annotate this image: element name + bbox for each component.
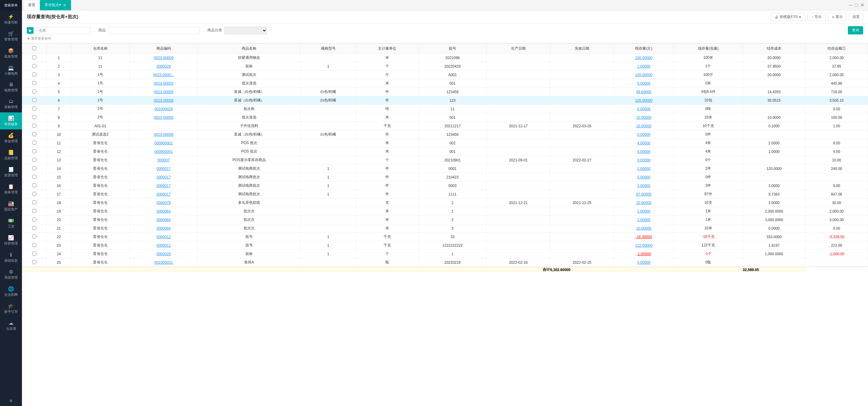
- sidebar-item-qiye[interactable]: 🌐 企业协网: [0, 283, 22, 300]
- row-checkbox[interactable]: [32, 243, 36, 247]
- row-qty-pack: 0吨: [674, 105, 743, 113]
- sidebar-item-gongzi[interactable]: 💵 工资: [0, 215, 22, 232]
- sidebar-item-kuaijie[interactable]: ⚡ 快捷导航: [0, 11, 22, 28]
- sidebar-item-zhangze[interactable]: 📒 总账管理: [0, 146, 22, 164]
- query-button[interactable]: 查询: [848, 26, 863, 34]
- window-minimize[interactable]: ─: [849, 2, 852, 8]
- row-checkbox[interactable]: [32, 64, 36, 68]
- tab-close-button[interactable]: ✕: [63, 3, 66, 7]
- row-cost: 10.0000: [743, 113, 805, 122]
- filter-row-expand: ▼ 展开更多条件: [27, 36, 863, 41]
- row-spec: 1: [301, 173, 356, 181]
- sidebar-item-fapiao[interactable]: 🧾 发票管理: [0, 164, 22, 181]
- sidebar-item-pifa[interactable]: 📦 批发管理: [0, 45, 22, 62]
- print-dropdown-icon: ▾: [799, 15, 801, 19]
- row-checkbox[interactable]: [32, 200, 36, 204]
- sidebar-item-zijin[interactable]: 💰 资金管理: [0, 130, 22, 146]
- tab-kucun-pici[interactable]: 库存批次▾ ✕: [40, 0, 71, 10]
- sidebar-item-shuiwu[interactable]: 📋 税务管理: [0, 181, 22, 198]
- window-close[interactable]: ✕: [860, 2, 864, 8]
- row-checkbox[interactable]: [32, 158, 36, 162]
- sidebar-item-xitong[interactable]: ⚙ 系统管理: [0, 266, 22, 283]
- row-checkbox[interactable]: [32, 183, 36, 187]
- row-mfg: 2021-12-17: [487, 122, 550, 130]
- row-checkbox[interactable]: [32, 90, 36, 94]
- row-checkbox[interactable]: [32, 141, 36, 145]
- row-checkbox[interactable]: [32, 226, 36, 230]
- sidebar-item-jingying[interactable]: 📈 经营管理: [0, 232, 22, 249]
- row-warehouse: 1号: [71, 88, 129, 96]
- row-checkbox[interactable]: [32, 166, 36, 170]
- row-checkbox[interactable]: [32, 107, 36, 110]
- row-qty-pack: 10千克: [674, 122, 743, 130]
- goods-input[interactable]: [108, 27, 200, 34]
- row-batch: A001: [418, 71, 487, 79]
- sidebar-item-caigou[interactable]: 🗂 采购管理: [0, 96, 22, 112]
- tab-home[interactable]: 首页: [24, 0, 40, 10]
- row-cost: [743, 156, 805, 165]
- row-unit: 米: [356, 139, 418, 147]
- col-unit: 主计量单位: [356, 44, 418, 54]
- select-all-checkbox[interactable]: [32, 46, 36, 50]
- row-amount: 716.00: [805, 88, 868, 96]
- row-batch: 20220429: [418, 62, 487, 71]
- row-warehouse: 晋省仓仓: [71, 207, 129, 216]
- table-row: 24 晋省仓仓 0000029 鼠标 1 个 1 -1.00000 -1个 1,…: [22, 250, 868, 258]
- row-qty-pack: 4包9.6件: [674, 88, 743, 96]
- row-cost: 0.1000: [743, 122, 805, 130]
- sidebar-bottom-settings[interactable]: ⚙: [0, 396, 22, 406]
- row-checkbox[interactable]: [32, 192, 36, 196]
- row-batch: 2: [418, 199, 487, 207]
- row-index: 15: [46, 173, 71, 181]
- category-select[interactable]: [224, 27, 267, 34]
- table-row: 12 晋省仓仓 000900001 POS 批次 米 001 4.00000 4…: [22, 147, 868, 156]
- export-button[interactable]: ↑ 导出: [807, 13, 826, 21]
- row-checkbox[interactable]: [32, 56, 36, 59]
- sidebar-item-jichu[interactable]: ℹ 基础信息: [0, 249, 22, 266]
- row-warehouse: 晋省仓仓: [71, 233, 129, 241]
- expand-filter-button[interactable]: ▼ 展开更多条件: [27, 36, 51, 41]
- sidebar-item-xiaonao[interactable]: 💻 小脑电商: [0, 62, 22, 79]
- row-checkbox[interactable]: [32, 235, 36, 238]
- window-maximize[interactable]: □: [855, 2, 858, 8]
- sidebar-item-yunyingyong[interactable]: ☁ 云应用: [0, 317, 22, 334]
- table-row: 17 晋省仓仓 0000017 测试电商批次 1 件 1111 87.00000…: [22, 190, 868, 199]
- display-button[interactable]: ≡ 显示: [828, 13, 847, 21]
- sidebar-item-gudingzichan[interactable]: 🏭 固定资产: [0, 198, 22, 215]
- sidebar-item-dianshang[interactable]: 🖥 电商管理: [0, 79, 22, 96]
- filter-arrow-button[interactable]: ▶: [27, 27, 34, 34]
- row-checkbox[interactable]: [32, 217, 36, 222]
- expand-icon: ▼: [27, 37, 30, 40]
- row-spec: [301, 216, 356, 224]
- row-checkbox[interactable]: [32, 149, 36, 153]
- row-checkbox[interactable]: [32, 260, 36, 264]
- row-spec: 1: [301, 241, 356, 250]
- sidebar-item-xinshou[interactable]: 🎓 新手引导: [0, 300, 22, 317]
- row-cost: 37.9500: [743, 62, 805, 71]
- sidebar-logo[interactable]: 搜索菜单: [0, 0, 22, 11]
- row-index: 24: [46, 250, 71, 258]
- sidebar-item-kucun[interactable]: 📊 库存核算: [0, 112, 22, 130]
- row-checkbox[interactable]: [32, 132, 36, 136]
- row-qty-pack: 0件: [674, 130, 743, 139]
- row-checkbox[interactable]: [32, 209, 36, 213]
- row-checkbox[interactable]: [32, 72, 36, 76]
- row-checkbox[interactable]: [32, 98, 36, 102]
- row-cost: 0.0000: [743, 224, 805, 233]
- print-button[interactable]: 🖨 按模版打印 ▾: [771, 13, 805, 21]
- warehouse-input[interactable]: [36, 27, 91, 34]
- settings-button[interactable]: 设置: [849, 13, 863, 21]
- row-checkbox[interactable]: [32, 115, 36, 119]
- row-checkbox[interactable]: [32, 124, 36, 128]
- table-container: 仓库名称 商品编码 商品名称 规格型号 主计量单位 批号 生产日期 失效日期 现…: [22, 43, 868, 406]
- row-cost: 120.0000: [743, 165, 805, 173]
- row-checkbox[interactable]: [32, 251, 36, 256]
- row-warehouse: 1号: [71, 79, 129, 88]
- sidebar-item-lingshou[interactable]: 🛒 零售管理: [0, 28, 22, 45]
- row-qty-main: 1.00000: [614, 62, 674, 71]
- tab-home-label: 首页: [28, 2, 35, 8]
- row-exp: [550, 250, 614, 258]
- row-checkbox[interactable]: [32, 175, 36, 179]
- row-checkbox[interactable]: [32, 81, 36, 85]
- row-index: 21: [46, 224, 71, 233]
